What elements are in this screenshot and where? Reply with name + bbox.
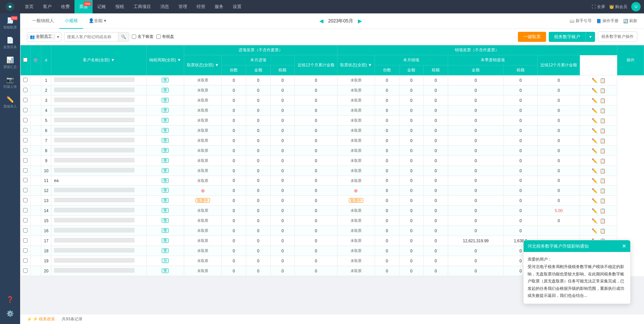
tab-small-scale[interactable]: 小规模: [59, 13, 83, 29]
copy-btn[interactable]: 📋: [599, 228, 606, 234]
edit-btn[interactable]: ✏️: [591, 118, 598, 123]
manual-btn[interactable]: 📘 操作手册: [596, 18, 619, 24]
row-select-checkbox[interactable]: [23, 188, 28, 192]
copy-btn[interactable]: 📋: [599, 218, 606, 223]
edit-btn[interactable]: ✏️: [591, 178, 598, 183]
edit-btn[interactable]: ✏️: [591, 188, 598, 193]
nav-tax[interactable]: 报税: [111, 0, 129, 13]
row-select-checkbox[interactable]: [23, 198, 28, 202]
new-guide-btn[interactable]: 📖 新手引导: [570, 18, 592, 24]
row-select-checkbox[interactable]: [23, 138, 28, 142]
refresh-btn[interactable]: 🔄 刷新: [623, 18, 637, 24]
employee-select[interactable]: 👥 全部员工 ▾: [27, 32, 61, 42]
tab-all[interactable]: 👤 全能 ▾: [83, 13, 112, 29]
search-input[interactable]: [64, 35, 118, 39]
nav-manage[interactable]: 管理: [174, 0, 192, 13]
tax-policy-link[interactable]: ⚡ ⚡ 税务政策: [27, 316, 55, 322]
copy-btn[interactable]: 📋: [599, 88, 606, 93]
copy-btn[interactable]: 📋: [599, 138, 606, 143]
sidebar-invoice-issue[interactable]: 📄 发票开具: [0, 33, 20, 53]
sidebar-smart-ticket[interactable]: 🧾 智能取票 new: [0, 13, 20, 33]
tax-digital-dropdown-btn[interactable]: ▾: [586, 32, 595, 42]
row-select-checkbox[interactable]: [23, 168, 28, 173]
sidebar-invoice-entry[interactable]: ✏️ 票据录入: [0, 92, 20, 112]
nav-accounting[interactable]: 记账: [93, 0, 111, 13]
fullscreen-btn[interactable]: ⛶ 全屏: [592, 4, 605, 10]
copy-btn[interactable]: 📋: [599, 98, 606, 103]
copy-btn[interactable]: 📋: [599, 178, 606, 183]
edit-btn[interactable]: ✏️: [591, 128, 598, 133]
user-avatar[interactable]: U: [631, 2, 641, 11]
date-next-btn[interactable]: ▶: [356, 17, 364, 25]
date-prev-btn[interactable]: ◀: [317, 17, 325, 25]
nav-invoice[interactable]: 票据new: [74, 0, 93, 13]
row-select-checkbox[interactable]: [23, 208, 28, 212]
copy-btn[interactable]: 📋: [599, 198, 606, 203]
row-select-checkbox[interactable]: [23, 218, 28, 222]
row-select-checkbox[interactable]: [23, 148, 28, 152]
edit-btn[interactable]: ✏️: [591, 168, 598, 174]
row-in-shares: 0: [222, 106, 246, 116]
select-all-checkbox[interactable]: [23, 58, 28, 62]
copy-btn[interactable]: 📋: [599, 128, 606, 133]
row-select-checkbox[interactable]: [23, 228, 28, 233]
row-select-checkbox[interactable]: [23, 78, 28, 82]
nav-business[interactable]: 工商项目: [129, 0, 156, 13]
row-select-checkbox[interactable]: [23, 118, 28, 122]
tab-general-taxpayer[interactable]: 一般纳税人: [27, 13, 59, 29]
edit-btn[interactable]: ✏️: [591, 198, 598, 203]
member-btn[interactable]: 👑 购会员: [609, 4, 627, 10]
row-select-checkbox[interactable]: [23, 98, 28, 102]
sidebar-invoice-summary[interactable]: 📊 票据汇总: [0, 53, 20, 73]
search-button[interactable]: 🔍: [118, 33, 129, 41]
row-select-checkbox[interactable]: [23, 158, 28, 163]
sidebar-help[interactable]: ❓: [0, 293, 20, 307]
copy-btn[interactable]: 📋: [599, 108, 606, 113]
edit-btn[interactable]: ✏️: [591, 78, 598, 83]
row-select-checkbox[interactable]: [23, 108, 28, 112]
edit-btn[interactable]: ✏️: [591, 208, 598, 213]
checkbox-taxdisk-input[interactable]: [156, 35, 161, 39]
edit-btn[interactable]: ✏️: [591, 158, 598, 164]
edit-btn[interactable]: ✏️: [591, 228, 598, 234]
row-select-checkbox[interactable]: [23, 178, 28, 182]
copy-btn[interactable]: 📋: [599, 168, 606, 174]
row-select-checkbox[interactable]: [23, 88, 28, 92]
nav-service[interactable]: 服务: [210, 0, 228, 13]
checkbox-taxdisk[interactable]: 有税盘: [156, 34, 174, 40]
checkbox-account[interactable]: 名下账套: [132, 34, 154, 40]
copy-btn[interactable]: 📋: [599, 188, 606, 193]
nav-settings[interactable]: 设置: [228, 0, 246, 13]
copy-btn[interactable]: 📋: [599, 78, 606, 83]
one-click-ticket-btn[interactable]: 一键取票: [518, 32, 546, 42]
row-select-checkbox[interactable]: [23, 238, 28, 243]
checkbox-account-input[interactable]: [132, 35, 136, 39]
tab-all-icon: 👤: [89, 18, 94, 23]
sidebar-settings-bottom[interactable]: ⚙️: [0, 307, 20, 321]
nav-client[interactable]: 客户: [38, 0, 56, 13]
edit-btn[interactable]: ✏️: [591, 148, 598, 153]
nav-billing[interactable]: 收费: [56, 0, 74, 13]
row-select-checkbox[interactable]: [23, 258, 28, 263]
row-select-checkbox[interactable]: [23, 128, 28, 132]
sidebar-scan-upload[interactable]: 📷 扫描上传: [0, 73, 20, 92]
copy-btn[interactable]: 📋: [599, 118, 606, 123]
nav-operation[interactable]: 经营: [192, 0, 210, 13]
edit-btn[interactable]: ✏️: [591, 108, 598, 113]
app-logo[interactable]: [3, 0, 17, 13]
copy-btn[interactable]: 📋: [599, 148, 606, 153]
edit-btn[interactable]: ✏️: [591, 138, 598, 143]
nav-message[interactable]: 消息: [156, 0, 174, 13]
tax-digital-btn[interactable]: 税务数字账户: [549, 32, 586, 42]
emp-dropdown-btn[interactable]: ▾: [55, 35, 61, 39]
edit-btn[interactable]: ✏️: [591, 88, 598, 93]
nav-home[interactable]: 首页: [20, 0, 38, 13]
edit-btn[interactable]: ✏️: [591, 218, 598, 223]
copy-btn[interactable]: 📋: [599, 208, 606, 213]
copy-btn[interactable]: 📋: [599, 158, 606, 164]
edit-btn[interactable]: ✏️: [591, 98, 598, 103]
popup-close-btn[interactable]: ✕: [622, 243, 626, 249]
row-select-checkbox[interactable]: [23, 268, 28, 273]
tax-digital-op-btn[interactable]: 税务数字账户操作: [598, 31, 637, 42]
row-select-checkbox[interactable]: [23, 248, 28, 253]
